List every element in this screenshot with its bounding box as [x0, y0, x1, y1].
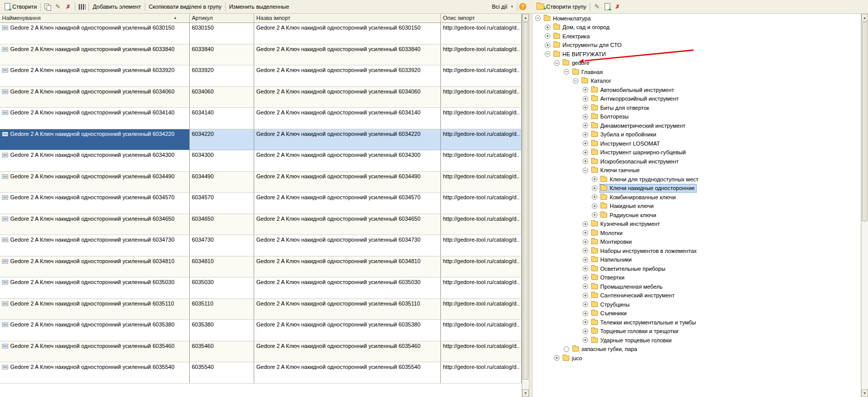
- table-cell-import_name[interactable]: Gedore 2 A Ключ накидной односторонний у…: [254, 108, 441, 129]
- tree-item[interactable]: Осветительные приборы: [532, 264, 861, 273]
- tree-item-target[interactable]: Биты для отверток: [591, 104, 651, 111]
- tree-item[interactable]: Молотки: [532, 228, 861, 238]
- expand-toggle-icon[interactable]: [583, 248, 588, 253]
- tree-item[interactable]: Искробезопасный инструмент: [532, 157, 861, 166]
- expand-toggle-icon[interactable]: [583, 96, 588, 102]
- table-cell-import_name[interactable]: Gedore 2 A Ключ накидной односторонний у…: [254, 214, 441, 235]
- expand-toggle-icon[interactable]: [583, 329, 588, 334]
- tree-item[interactable]: Наборы инструментов в ложементах: [532, 246, 861, 255]
- tree-item-target[interactable]: Антикоррозийный инструмент: [591, 95, 680, 103]
- tree-item[interactable]: Ключи для труднодоступных мест: [532, 175, 861, 184]
- table-row[interactable]: Gedore 2 A Ключ накидной односторонний у…: [0, 150, 522, 172]
- tree-item-target[interactable]: Съемники: [591, 310, 629, 317]
- expand-toggle-icon[interactable]: [545, 33, 550, 39]
- tree-item[interactable]: Ключи накидные односторонние: [532, 184, 861, 193]
- table-cell-import_name[interactable]: Gedore 2 A Ключ накидной односторонний у…: [254, 277, 441, 298]
- expand-toggle-icon[interactable]: [583, 221, 588, 227]
- create-group-button[interactable]: Створити групу: [535, 3, 588, 11]
- table-cell-name[interactable]: Gedore 2 A Ключ накидной односторонний у…: [0, 129, 190, 150]
- table-cell-import_desc[interactable]: http://gedore-tool.ru/catalog/d...: [441, 320, 522, 341]
- tree-item[interactable]: Накидные ключи: [532, 202, 861, 211]
- tree-item-target[interactable]: Дом, сад и огород: [553, 24, 611, 31]
- table-cell-name[interactable]: Gedore 2 A Ключ накидной односторонний у…: [0, 214, 190, 235]
- tree-item[interactable]: Инструменты для СТО: [532, 41, 861, 50]
- tree-item-target[interactable]: Искробезопасный инструмент: [591, 157, 680, 165]
- expand-toggle-icon[interactable]: [592, 194, 597, 200]
- create-button[interactable]: Створити: [3, 2, 39, 11]
- tree-item[interactable]: Ключи гаечные: [532, 166, 861, 175]
- tree-item-target[interactable]: Струбцины: [591, 300, 631, 308]
- copy-group-button[interactable]: [602, 2, 612, 12]
- tree-item-target[interactable]: Радиусные ключи: [600, 211, 658, 219]
- tree-item[interactable]: НЕ ВИГРУЖАТИ: [532, 50, 861, 59]
- table-cell-import_desc[interactable]: http://gedore-tool.ru/catalog/d...: [441, 23, 522, 44]
- table-cell-article[interactable]: 6034140: [190, 108, 254, 129]
- table-cell-name[interactable]: Gedore 2 A Ключ накидной односторонний у…: [0, 87, 190, 108]
- table-cell-import_name[interactable]: Gedore 2 A Ключ накидной односторонний у…: [254, 23, 441, 44]
- expand-toggle-icon[interactable]: [583, 311, 588, 316]
- tree-item-target[interactable]: gedore: [562, 59, 591, 67]
- tree-item-target[interactable]: Торцевые головки и трещотки: [591, 328, 680, 335]
- collapse-toggle-icon[interactable]: [535, 15, 541, 21]
- table-cell-import_name[interactable]: Gedore 2 A Ключ накидной односторонний у…: [254, 87, 441, 108]
- tree-item-target[interactable]: Инструмент LOSOMAT: [591, 139, 662, 147]
- table-cell-article[interactable]: 6035540: [190, 362, 254, 383]
- collapse-toggle-icon[interactable]: [573, 78, 578, 84]
- expand-toggle-icon[interactable]: [583, 266, 588, 271]
- tree-item[interactable]: Комбинированные ключи: [532, 193, 861, 202]
- table-cell-name[interactable]: Gedore 2 A Ключ накидной односторонний у…: [0, 256, 190, 277]
- tree-item-target[interactable]: Болторезы: [591, 113, 631, 121]
- table-row[interactable]: Gedore 2 A Ключ накидной односторонний у…: [0, 362, 522, 384]
- edit-selected-button[interactable]: Изменить выделенные: [227, 3, 291, 11]
- tree-item[interactable]: Торцевые головки и трещотки: [532, 327, 861, 336]
- table-cell-import_name[interactable]: Gedore 2 A Ключ накидной односторонний у…: [254, 362, 441, 383]
- table-cell-import_desc[interactable]: http://gedore-tool.ru/catalog/d...: [441, 256, 522, 277]
- table-cell-import_desc[interactable]: http://gedore-tool.ru/catalog/d...: [441, 65, 522, 86]
- tree-item[interactable]: Радиусные ключи: [532, 211, 861, 220]
- tree-item[interactable]: Дом, сад и огород: [532, 23, 861, 32]
- tree-item-target[interactable]: Ключи накидные односторонние: [600, 184, 696, 192]
- table-cell-name[interactable]: Gedore 2 A Ключ накидной односторонний у…: [0, 362, 190, 383]
- collapse-toggle-icon[interactable]: [564, 69, 569, 75]
- table-cell-import_name[interactable]: Gedore 2 A Ключ накидной односторонний у…: [254, 320, 441, 341]
- tree-item[interactable]: Номенклатура: [532, 14, 861, 23]
- collapse-toggle-icon[interactable]: [583, 168, 588, 173]
- histogram-button[interactable]: [77, 2, 87, 12]
- table-cell-import_name[interactable]: Gedore 2 A Ключ накидной односторонний у…: [254, 341, 441, 362]
- tree-item-target[interactable]: Главная: [572, 68, 605, 76]
- tree-item[interactable]: Струбцины: [532, 300, 861, 309]
- table-cell-import_name[interactable]: Gedore 2 A Ключ накидной односторонний у…: [254, 65, 441, 86]
- table-cell-name[interactable]: Gedore 2 A Ключ накидной односторонний у…: [0, 341, 190, 362]
- edit-group-button[interactable]: ✎: [592, 2, 602, 12]
- table-row[interactable]: Gedore 2 A Ключ накидной односторонний у…: [0, 172, 522, 193]
- tree-item[interactable]: Сантехнический инструмент: [532, 291, 861, 300]
- tree-item-target[interactable]: Ударные торцевые головки: [591, 336, 673, 344]
- expand-toggle-icon[interactable]: [583, 301, 588, 307]
- table-cell-article[interactable]: 6034060: [190, 87, 254, 108]
- scroll-up-button[interactable]: ▲: [861, 14, 868, 21]
- table-cell-import_desc[interactable]: http://gedore-tool.ru/catalog/d...: [441, 362, 522, 383]
- copy-item-button[interactable]: [42, 2, 53, 12]
- table-cell-import_desc[interactable]: http://gedore-tool.ru/catalog/d...: [441, 214, 522, 235]
- table-cell-name[interactable]: Gedore 2 A Ключ накидной односторонний у…: [0, 44, 190, 65]
- expand-toggle-icon[interactable]: [583, 337, 588, 343]
- collapse-toggle-icon[interactable]: [554, 60, 560, 66]
- table-cell-article[interactable]: 6034300: [190, 150, 254, 171]
- table-scrollbar[interactable]: ▲ ▼: [522, 14, 529, 397]
- expand-toggle-icon[interactable]: [583, 158, 588, 164]
- tree-item[interactable]: Тележки инструментальные и тумбы: [532, 318, 861, 327]
- tree-item[interactable]: Напильники: [532, 255, 861, 265]
- copy-selected-to-group-button[interactable]: Скопіювати виділені в групу: [147, 3, 224, 11]
- table-row[interactable]: Gedore 2 A Ключ накидной односторонний у…: [0, 299, 522, 320]
- table-cell-import_name[interactable]: Gedore 2 A Ключ накидной односторонний у…: [254, 256, 441, 277]
- table-cell-name[interactable]: Gedore 2 A Ключ накидной односторонний у…: [0, 172, 190, 193]
- tree-item[interactable]: Инструмент шарнирно-губцевый: [532, 148, 861, 157]
- tree-item-target[interactable]: juco: [562, 354, 584, 362]
- table-cell-import_name[interactable]: Gedore 2 A Ключ накидной односторонний у…: [254, 172, 441, 193]
- table-cell-article[interactable]: 6034220: [190, 129, 254, 150]
- tree-item-target[interactable]: Ключи для труднодоступных мест: [600, 175, 700, 183]
- table-cell-import_desc[interactable]: http://gedore-tool.ru/catalog/d...: [441, 299, 522, 320]
- table-row[interactable]: Gedore 2 A Ключ накидной односторонний у…: [0, 256, 522, 278]
- tree-item-target[interactable]: Електрика: [553, 32, 591, 40]
- table-cell-name[interactable]: Gedore 2 A Ключ накидной односторонний у…: [0, 108, 190, 129]
